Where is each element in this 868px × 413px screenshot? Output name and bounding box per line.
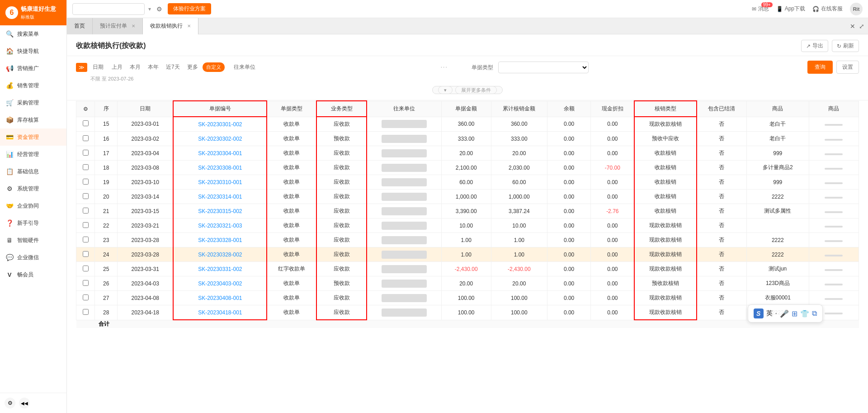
export-button[interactable]: ↗ 导出 (801, 40, 828, 52)
bill-type-select[interactable] (498, 62, 589, 73)
expand-window-icon[interactable]: ⤢ (859, 23, 864, 30)
bill-no-link[interactable]: SK-20230328-002 (198, 252, 242, 258)
sidebar-item-search[interactable]: 🔍 搜索菜单 (0, 25, 66, 43)
cell-checkbox[interactable] (76, 291, 95, 305)
cell-checkbox[interactable] (76, 276, 95, 291)
cell-write-off: 333.00 (491, 132, 547, 146)
sidebar-item-hardware[interactable]: 🖥 智能硬件 (0, 232, 66, 249)
row-checkbox[interactable] (83, 193, 89, 199)
message-badge: 99+ (761, 2, 773, 7)
sidebar-item-purchase[interactable]: 🛒 采购管理 (0, 94, 66, 111)
filter-collapse-btn[interactable]: ≫ (76, 63, 87, 72)
bill-no-link[interactable]: SK-20230408-001 (198, 295, 242, 301)
sidebar-item-marketing[interactable]: 📢 营销推广 (0, 60, 66, 77)
query-button[interactable]: 查询 (807, 61, 833, 74)
tab-prepay-close[interactable]: ✕ (132, 24, 135, 28)
cell-checkbox[interactable] (76, 218, 95, 233)
settings-footer-icon[interactable]: ⚙ (5, 398, 15, 408)
message-item[interactable]: ✉ 消息 99+ (752, 5, 769, 13)
solution-button[interactable]: 体验行业方案 (168, 3, 211, 14)
date-btn-thisyear[interactable]: 本年 (145, 62, 161, 72)
bill-no-link[interactable]: SK-20230331-002 (198, 266, 242, 272)
tab-collection-close[interactable]: ✕ (187, 24, 191, 28)
cell-goods2 (809, 218, 859, 233)
close-window-icon[interactable]: ✕ (850, 23, 855, 30)
date-btn-thismonth[interactable]: 本月 (127, 62, 143, 72)
date-btn-7days[interactable]: 近7天 (163, 62, 183, 72)
date-btn-more[interactable]: 更多 (184, 62, 201, 72)
cell-num: 21 (95, 204, 118, 218)
row-checkbox[interactable] (83, 222, 89, 228)
expand-bar[interactable]: ▾ 展开更多条件 (76, 85, 859, 95)
date-btn-custom[interactable]: 自定义 (203, 62, 225, 72)
bill-no-link[interactable]: SK-20230403-002 (198, 280, 242, 287)
tabbar: 首页 预计应付单 ✕ 收款核销执行 ✕ ✕ ⤢ (67, 18, 868, 34)
refresh-button[interactable]: ↻ 刷新 (832, 40, 859, 52)
row-checkbox[interactable] (83, 251, 89, 257)
row-checkbox[interactable] (83, 135, 89, 141)
sidebar-item-basic[interactable]: 📋 基础信息 (0, 163, 66, 180)
table-header-row: ⚙ 序 日期 单据编号 单据类型 业务类型 往来单位 单据金额 累计核销金额 余… (76, 101, 859, 117)
bill-no-link[interactable]: SK-20230315-002 (198, 208, 242, 214)
row-checkbox[interactable] (83, 237, 89, 242)
total-label: 合计 (95, 320, 174, 328)
tab-home[interactable]: 首页 (67, 18, 93, 34)
row-checkbox[interactable] (83, 266, 89, 271)
cell-checkbox[interactable] (76, 247, 95, 262)
sidebar-item-sales[interactable]: 💰 销售管理 (0, 77, 66, 94)
sidebar-item-quicknav[interactable]: 🏠 快捷导航 (0, 43, 66, 60)
sidebar-item-inventory[interactable]: 📦 库存核算 (0, 111, 66, 128)
cell-checkbox[interactable] (76, 132, 95, 146)
sidebar-item-guide[interactable]: ❓ 新手引导 (0, 214, 66, 232)
service-item[interactable]: 🎧 在线客服 (812, 5, 843, 13)
collapse-icon[interactable]: ◀◀ (19, 398, 30, 408)
cell-discount: 0.00 (591, 146, 634, 161)
search-icon: 🔍 (5, 30, 14, 38)
bill-no-link[interactable]: SK-20230418-001 (198, 309, 242, 316)
cell-checkbox[interactable] (76, 305, 95, 320)
app-download-item[interactable]: 📱 App下载 (776, 5, 805, 13)
tab-collection[interactable]: 收款核销执行 ✕ (143, 18, 198, 34)
cell-checkbox[interactable] (76, 204, 95, 218)
cell-checkbox[interactable] (76, 175, 95, 190)
bill-no-link[interactable]: SK-20230328-001 (198, 237, 242, 243)
bill-no-link[interactable]: SK-20230304-001 (198, 150, 242, 157)
cell-checkbox[interactable] (76, 233, 95, 247)
bill-no-link[interactable]: SK-20230302-002 (198, 136, 242, 142)
bill-no-link[interactable]: SK-20230308-001 (198, 165, 242, 171)
cell-goods1: 测试jun (746, 262, 809, 276)
topbar-search-input[interactable] (72, 3, 145, 15)
row-checkbox[interactable] (83, 150, 89, 156)
row-checkbox[interactable] (83, 294, 89, 300)
bill-no-link[interactable]: SK-20230321-003 (198, 223, 242, 229)
cell-date: 2023-03-10 (117, 175, 173, 190)
cell-checkbox[interactable] (76, 190, 95, 204)
sidebar-item-member[interactable]: V 畅会员 (0, 266, 66, 283)
row-checkbox[interactable] (83, 280, 89, 286)
row-checkbox[interactable] (83, 164, 89, 170)
bill-no-link[interactable]: SK-20230314-001 (198, 194, 242, 200)
row-checkbox[interactable] (83, 208, 89, 214)
sidebar-item-operations[interactable]: 📊 经营管理 (0, 146, 66, 163)
date-btn-lastmonth[interactable]: 上月 (109, 62, 125, 72)
sidebar-item-finance[interactable]: 💳 资金管理 (0, 128, 66, 146)
row-checkbox[interactable] (83, 309, 89, 315)
filter-setting-button[interactable]: 设置 (836, 61, 859, 74)
sidebar-item-system[interactable]: ⚙ 系统管理 (0, 180, 66, 197)
user-avatar[interactable]: Rit (850, 3, 863, 15)
cell-checkbox[interactable] (76, 161, 95, 175)
sidebar-item-enterprise[interactable]: 🤝 企业协同 (0, 197, 66, 214)
col-settings[interactable]: ⚙ (76, 101, 95, 117)
cell-checkbox[interactable] (76, 146, 95, 161)
row-checkbox[interactable] (83, 179, 89, 185)
cell-checkbox[interactable] (76, 117, 95, 132)
cell-num: 27 (95, 291, 118, 305)
row-checkbox[interactable] (83, 120, 89, 126)
bill-no-link[interactable]: SK-20230310-001 (198, 179, 242, 185)
filter-toggle-icon[interactable]: ≫ (76, 63, 87, 72)
tab-prepay[interactable]: 预计应付单 ✕ (93, 18, 143, 34)
cell-checkbox[interactable] (76, 262, 95, 276)
topbar-gear-icon[interactable]: ⚙ (155, 5, 164, 13)
sidebar-item-wechat[interactable]: 💬 企业微信 (0, 249, 66, 266)
bill-no-link[interactable]: SK-20230301-002 (198, 121, 242, 128)
